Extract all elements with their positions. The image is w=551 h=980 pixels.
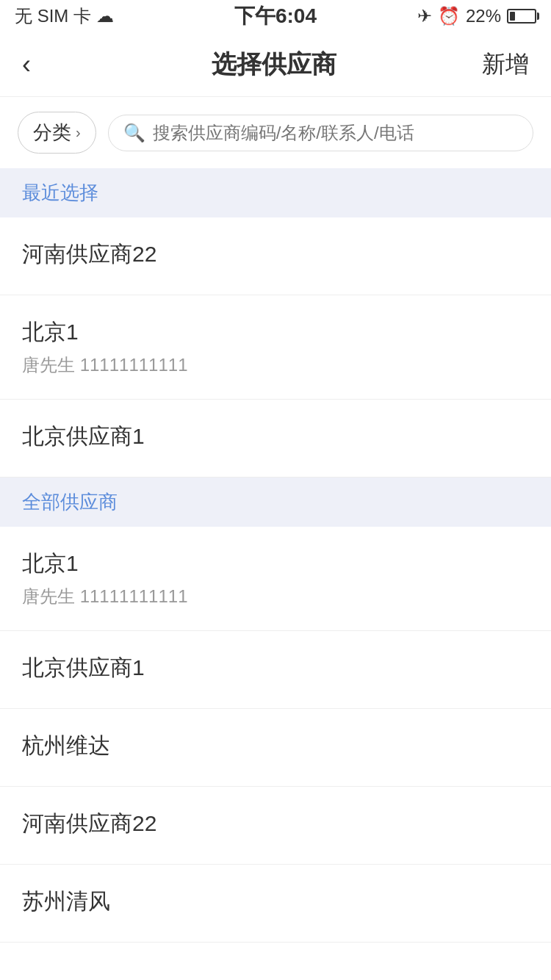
alarm-icon: ⏰ [438, 6, 460, 26]
battery-percent: 22% [466, 6, 501, 26]
item-name: 北京供应商1 [22, 422, 529, 452]
search-icon: 🔍 [123, 123, 145, 143]
status-right: ✈ ⏰ 22% [417, 6, 536, 26]
item-name: 北京供应商1 [22, 653, 529, 683]
recent-section-header: 最近选择 [0, 168, 551, 217]
item-name: 北京1 [22, 317, 529, 347]
nav-bar: ‹ 选择供应商 新增 [0, 32, 551, 97]
search-input-wrap[interactable]: 🔍 [108, 115, 533, 151]
status-left: 无 SIM 卡 ☁ [15, 4, 114, 28]
all-list-item[interactable]: 北京供应商1 [0, 631, 551, 709]
status-bar: 无 SIM 卡 ☁ 下午6:04 ✈ ⏰ 22% [0, 0, 551, 32]
search-bar: 分类 › 🔍 [0, 97, 551, 168]
recent-section-label: 最近选择 [22, 181, 98, 203]
all-list-item[interactable]: 河南供应商22 [0, 787, 551, 865]
item-name: 河南供应商22 [22, 239, 529, 270]
search-input[interactable] [153, 123, 518, 143]
all-section-label: 全部供应商 [22, 491, 118, 513]
item-sub: 唐先生 11111111111 [22, 353, 529, 377]
battery-icon [507, 9, 536, 24]
page-title: 选择供应商 [66, 48, 482, 82]
recent-list: 河南供应商22北京1唐先生 11111111111北京供应商1 [0, 217, 551, 478]
all-list-item[interactable]: 杭州维达 [0, 709, 551, 787]
status-time: 下午6:04 [234, 2, 317, 30]
add-button[interactable]: 新增 [482, 48, 529, 81]
recent-list-item[interactable]: 河南供应商22 [0, 217, 551, 295]
recent-list-item[interactable]: 北京1唐先生 11111111111 [0, 295, 551, 400]
all-section-header: 全部供应商 [0, 478, 551, 527]
item-name: 苏州清风 [22, 887, 529, 917]
chevron-right-icon: › [76, 124, 81, 141]
all-list-item[interactable]: 苏州清风 [0, 865, 551, 943]
all-list-item[interactable]: 北京1唐先生 11111111111 [0, 527, 551, 631]
item-sub: 唐先生 11111111111 [22, 585, 529, 608]
all-list: 北京1唐先生 11111111111北京供应商1杭州维达河南供应商22苏州清风 [0, 527, 551, 943]
back-button[interactable]: ‹ [22, 49, 66, 80]
item-name: 北京1 [22, 549, 529, 579]
location-icon: ✈ [417, 6, 432, 26]
sim-status: 无 SIM 卡 ☁ [15, 4, 114, 28]
category-button[interactable]: 分类 › [18, 112, 96, 154]
item-name: 河南供应商22 [22, 809, 529, 839]
recent-list-item[interactable]: 北京供应商1 [0, 400, 551, 478]
category-label: 分类 [33, 120, 71, 145]
item-name: 杭州维达 [22, 731, 529, 761]
